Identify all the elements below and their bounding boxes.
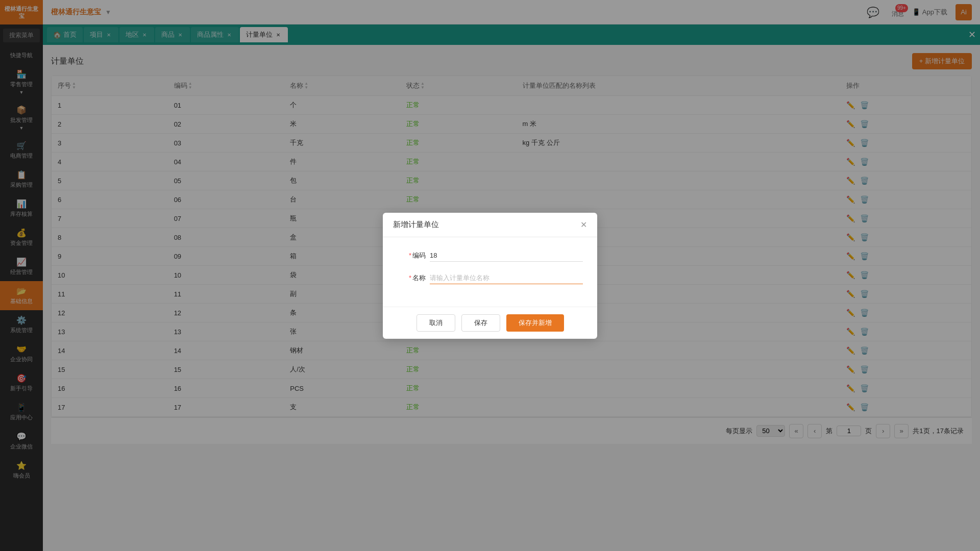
name-label: *名称	[397, 273, 426, 283]
name-form-row: *名称	[397, 272, 583, 284]
modal-overlay: 新增计量单位 ✕ *编码 *名称 取消 保存 保存并新增	[0, 0, 980, 551]
modal-body: *编码 *名称	[383, 237, 597, 307]
cancel-button[interactable]: 取消	[416, 314, 455, 332]
code-form-row: *编码	[397, 249, 583, 262]
modal-close-button[interactable]: ✕	[580, 220, 587, 230]
modal-title: 新增计量单位	[393, 220, 439, 230]
save-and-new-button[interactable]: 保存并新增	[506, 314, 564, 332]
save-button[interactable]: 保存	[461, 314, 500, 332]
modal-header: 新增计量单位 ✕	[383, 213, 597, 237]
code-label: *编码	[397, 251, 426, 260]
name-input[interactable]	[430, 272, 583, 284]
code-input[interactable]	[430, 249, 583, 262]
modal-footer: 取消 保存 保存并新增	[383, 307, 597, 339]
add-unit-modal: 新增计量单位 ✕ *编码 *名称 取消 保存 保存并新增	[383, 213, 597, 339]
